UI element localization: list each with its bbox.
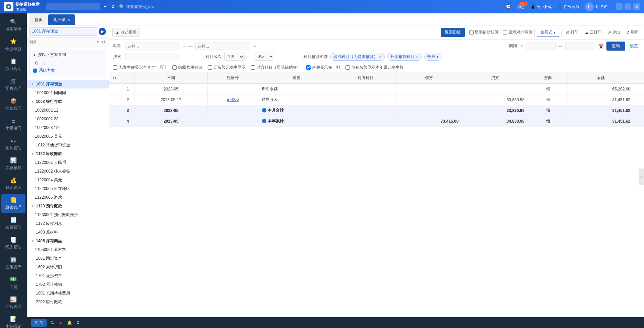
subject-input[interactable] [125, 43, 180, 50]
period-start-input[interactable]: 2023-05 [526, 43, 556, 50]
tab-close-icon[interactable]: ✕ [67, 18, 70, 22]
sidebar-item-quick-nav[interactable]: ⭐ 快捷导航 [1, 35, 25, 54]
system-scheme-btn[interactable]: 🔵 系统方案 [33, 68, 103, 73]
subject-input-2[interactable] [195, 43, 250, 50]
checkbox-no-balance[interactable]: 无余额无发生显示 [208, 65, 246, 70]
close-btn[interactable]: ✕ [633, 3, 640, 10]
currency-mode-btn[interactable]: 金额式 ▾ [537, 28, 559, 37]
tree-node-1405[interactable]: ▼ 1405 库存商品 [27, 237, 109, 245]
tab-home[interactable]: 首页 [30, 14, 48, 25]
tree-node-1701[interactable]: 1701 无形资产 [27, 271, 109, 280]
lang-btn[interactable]: 文 英 [31, 319, 47, 327]
tree-node-11220006[interactable]: 11220006 游戏 [27, 193, 109, 202]
print-btn[interactable]: 🖨 打印 [564, 28, 581, 37]
search-input[interactable] [125, 53, 180, 60]
sidebar-item-retail[interactable]: 🛒 零售管理 [1, 75, 25, 94]
checkbox-beginning[interactable]: 期初余额显示本年累计发生额 [345, 65, 404, 70]
tree-node-11220002[interactable]: 11220002 往来标签 [27, 167, 109, 176]
checkbox-balance-single-input[interactable] [306, 65, 311, 70]
right-collapse-btn[interactable]: › [639, 169, 644, 185]
tree-node-10020006[interactable]: 10020006 美元 [27, 132, 109, 141]
tag-normal[interactable]: 普通科目（无特殊核算） ✕ [330, 53, 385, 61]
app-download-btn[interactable]: 📱 App下载 [530, 4, 552, 10]
show-opposite-input[interactable] [503, 30, 507, 35]
tree-node-1123[interactable]: ▼ 1123 预付账款 [27, 202, 109, 210]
checkbox-no-occurrence[interactable]: 无发生额显示本月本年累计 [113, 65, 167, 70]
return-old-btn[interactable]: 返回旧版 [441, 28, 465, 37]
tree-node-10020003[interactable]: 10020003 122 [27, 123, 109, 132]
tree-node-10020001[interactable]: 10020001 12 [27, 106, 109, 115]
cell-voucher-2[interactable]: 记-006 [208, 94, 258, 105]
sidebar-item-sales-report[interactable]: 📝 小畅报销 [1, 313, 25, 328]
voucher-link[interactable]: 记-006 [227, 97, 239, 102]
query-settings-icon-btn[interactable]: ⚙ [33, 59, 41, 67]
tree-node-1132[interactable]: 1132 应收利息 [27, 219, 109, 228]
tag-foreign-close[interactable]: ✕ [416, 55, 419, 59]
checkbox-hide-forbidden[interactable]: 隐藏禁用科目 [172, 65, 202, 70]
tree-node-10020002[interactable]: 10020002 23 [27, 115, 109, 123]
export-btn[interactable]: ↗ 导出 [606, 28, 622, 37]
show-auxiliary-input[interactable] [469, 30, 474, 35]
sync-icon[interactable]: ⇅ [51, 320, 54, 325]
sidebar-item-fixed-assets[interactable]: 🏢 固定资产 [1, 253, 25, 272]
refresh-btn[interactable]: ↺ 刷新 [624, 28, 641, 37]
query-collapse-btn[interactable]: ◁ [42, 60, 47, 66]
minimize-btn[interactable]: ─ [616, 3, 623, 10]
show-opposite-checkbox[interactable]: 显示对方科目 [503, 29, 532, 35]
tag-quantity[interactable]: 数量 ▾ [424, 53, 441, 61]
tree-node-14050001[interactable]: 14050001 原材料 [27, 245, 109, 254]
tab-ledger[interactable]: 明细账 ✕ [48, 14, 75, 25]
cloud-status-icon[interactable]: 🔺 [58, 320, 63, 325]
sidebar-item-operations[interactable]: 📈 经营管理 [1, 293, 25, 312]
sidebar-item-wholesale[interactable]: 📦 批发管理 [1, 95, 25, 114]
sidebar-item-invoice[interactable]: 🧾 发票管理 [1, 214, 25, 233]
settings-status-icon[interactable]: ⚙ [76, 320, 80, 325]
sidebar-item-salary[interactable]: 💵 工资 [1, 273, 25, 292]
selected-account-display[interactable]: 1001 库存现金 [30, 27, 97, 36]
checkbox-opposite[interactable]: 对方科目（显示辅助项） [251, 65, 301, 70]
demo-link[interactable]: 🔍 我要看实例演示 [119, 4, 154, 10]
period-end-input[interactable]: 2023-05 [565, 43, 595, 50]
level-start-select[interactable]: 1级 [224, 53, 245, 61]
tree-node-1602[interactable]: 1602 累计折旧 [27, 263, 109, 271]
tag-normal-close[interactable]: ✕ [379, 55, 382, 59]
user-area[interactable]: U 用户名 [585, 2, 608, 11]
tree-node-1801[interactable]: 1801 长期待摊费用 [27, 289, 109, 298]
messages-btn[interactable]: 💬 99+ 消息 [506, 4, 525, 10]
online-service-btn[interactable]: 👤 在线客服 [557, 4, 580, 10]
sidebar-item-search[interactable]: 🔍 搜索菜单 [1, 15, 25, 35]
tree-node-10010001[interactable]: 10010001 同同同 [27, 88, 109, 97]
sidebar-item-tax[interactable]: 📑 税务管理 [1, 234, 25, 253]
tree-node-11220004[interactable]: 11220004 美元 [27, 176, 109, 184]
tree-node-11230001[interactable]: 11230001 预付账款美于 [27, 210, 109, 219]
sidebar-item-purchase[interactable]: 🗂 采购管理 [1, 134, 25, 153]
window-title-input[interactable] [46, 3, 100, 10]
checkbox-no-balance-input[interactable] [208, 65, 212, 70]
tree-layout-btn[interactable]: ≡ [96, 39, 100, 45]
tag-foreign[interactable]: 外币核算科目 ✕ [387, 53, 422, 61]
level-end-select[interactable]: 6级 [254, 53, 274, 61]
tree-node-1403[interactable]: 1403 原材料 [27, 228, 109, 237]
tree-node-1122[interactable]: ▼ 1122 应收账款 [27, 149, 109, 158]
tree-node-2202[interactable]: 2202 应付账款 [27, 298, 109, 306]
tree-node-1702[interactable]: 1702 累计摊销 [27, 280, 109, 289]
checkbox-balance-single[interactable]: 余额显示在一列 [306, 65, 340, 70]
cloud-print-btn[interactable]: ☁ 云打印 [583, 28, 604, 37]
show-auxiliary-checkbox[interactable]: 显示辅助核算 [469, 29, 499, 35]
checkbox-opposite-input[interactable] [251, 65, 255, 70]
sidebar-item-ecommerce[interactable]: 🖥 小畅电商 [1, 115, 25, 134]
tree-node-11220005[interactable]: 11220005 所在地区 [27, 184, 109, 193]
alert-icon[interactable]: 🔔 [67, 320, 72, 325]
settings-btn[interactable]: ⚙ [110, 3, 116, 10]
expand-more-btn[interactable]: ▲ 收起更多 [112, 28, 140, 37]
checkbox-hide-forbidden-input[interactable] [172, 65, 177, 70]
sidebar-item-fund[interactable]: 💰 资金管理 [1, 174, 25, 193]
query-btn[interactable]: 查询 [606, 42, 625, 51]
checkbox-no-occurrence-input[interactable] [113, 65, 117, 70]
settings-link-btn[interactable]: 设置 [628, 42, 640, 50]
tree-node-1001[interactable]: ▼ 1001 库存现金 [27, 80, 109, 88]
sidebar-item-general[interactable]: 📒 总账管理 [1, 194, 25, 213]
checkbox-beginning-input[interactable] [345, 65, 350, 70]
sidebar-item-inventory[interactable]: 📊 库存核算 [1, 154, 25, 173]
next-account-btn[interactable]: ▶ [99, 28, 106, 35]
